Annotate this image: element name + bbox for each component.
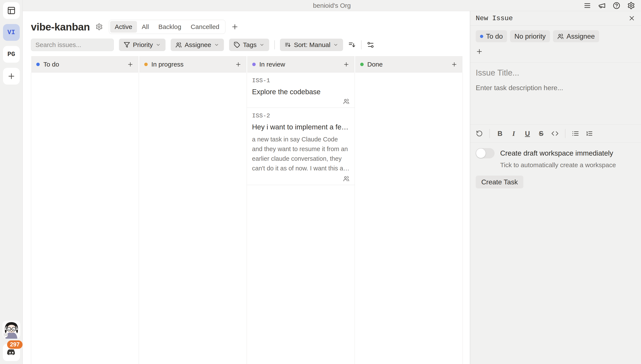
workspace-item-vi[interactable]: VI bbox=[3, 24, 20, 41]
issue-title: Hey i want to implement a feat... bbox=[252, 123, 350, 131]
bold-button[interactable]: B bbox=[496, 130, 504, 138]
help-icon[interactable] bbox=[613, 2, 620, 10]
view-tabs: Active All Backlog Cancelled bbox=[109, 20, 226, 34]
column-body-in-review: ISS-1 Explore the codebase ISS-2 bbox=[247, 72, 355, 364]
discord-button[interactable]: 297 bbox=[3, 344, 20, 361]
undo-icon[interactable] bbox=[476, 130, 483, 137]
add-card-button[interactable] bbox=[235, 61, 242, 68]
tab-backlog[interactable]: Backlog bbox=[154, 21, 186, 32]
underline-button[interactable]: U bbox=[524, 130, 531, 138]
column-in-progress: In progress bbox=[139, 56, 247, 364]
status-badge[interactable]: To do bbox=[476, 30, 507, 42]
menu-icon[interactable] bbox=[584, 2, 591, 10]
filter-bar: Priority Assignee bbox=[31, 39, 470, 51]
status-dot-todo bbox=[480, 35, 483, 38]
issue-title: Explore the codebase bbox=[252, 88, 350, 96]
tab-active[interactable]: Active bbox=[110, 21, 137, 32]
column-label: In review bbox=[259, 61, 285, 68]
bullet-list-icon[interactable] bbox=[572, 130, 579, 137]
issue-title-input[interactable]: Issue Title... bbox=[470, 63, 641, 78]
top-bar-actions bbox=[584, 0, 635, 11]
issue-property-badges: To do No priority Assignee bbox=[470, 26, 641, 42]
app-window: VI PG bbox=[0, 0, 641, 364]
sort-order-icon-button[interactable] bbox=[348, 41, 356, 49]
chevron-down-icon bbox=[156, 42, 161, 48]
create-draft-workspace-toggle[interactable] bbox=[476, 148, 494, 158]
issue-card-iss-1[interactable]: ISS-1 Explore the codebase bbox=[247, 72, 355, 108]
status-dot-todo bbox=[36, 63, 40, 66]
workspace-item-pg[interactable]: PG bbox=[3, 46, 20, 63]
description-editor-area[interactable] bbox=[470, 92, 641, 124]
settings-gear-icon[interactable] bbox=[627, 2, 635, 10]
column-header-todo: To do bbox=[31, 56, 138, 72]
status-dot-done bbox=[360, 63, 364, 66]
add-property-button[interactable] bbox=[470, 42, 641, 63]
tags-filter-label: Tags bbox=[243, 41, 256, 48]
add-view-button[interactable] bbox=[231, 23, 239, 31]
column-todo: To do bbox=[31, 56, 139, 364]
add-workspace-button[interactable] bbox=[3, 68, 20, 84]
assignee-users-icon[interactable] bbox=[343, 98, 350, 104]
panels-layout-button[interactable] bbox=[3, 2, 20, 19]
chevron-down-icon bbox=[333, 42, 338, 48]
italic-button[interactable]: I bbox=[510, 130, 517, 138]
column-label: In progress bbox=[151, 61, 184, 68]
tab-all[interactable]: All bbox=[137, 21, 154, 32]
priority-badge[interactable]: No priority bbox=[510, 30, 550, 42]
display-settings-sliders-icon[interactable] bbox=[367, 41, 374, 49]
create-task-button[interactable]: Create Task bbox=[476, 176, 523, 188]
discord-icon bbox=[6, 348, 16, 357]
user-avatar[interactable] bbox=[2, 321, 20, 339]
code-icon[interactable] bbox=[551, 130, 558, 137]
plus-icon bbox=[7, 72, 16, 80]
assignee-users-icon[interactable] bbox=[343, 175, 350, 182]
add-card-button[interactable] bbox=[343, 61, 350, 68]
org-name: benioid's Org bbox=[313, 2, 351, 9]
close-icon[interactable] bbox=[628, 14, 636, 22]
status-dot-in-progress bbox=[144, 63, 148, 66]
add-card-button[interactable] bbox=[127, 61, 134, 68]
issue-id: ISS-2 bbox=[252, 112, 350, 119]
draft-workspace-toggle-row: Create draft workspace immediately bbox=[470, 142, 641, 158]
sort-button[interactable]: Sort: Manual bbox=[280, 39, 343, 51]
issue-description-input[interactable]: Enter task description here... bbox=[470, 78, 641, 92]
discord-notification-badge: 297 bbox=[7, 340, 22, 349]
chevron-down-icon bbox=[214, 42, 219, 48]
card-footer bbox=[252, 175, 350, 182]
panel-header: New Issue bbox=[470, 11, 641, 26]
tab-cancelled[interactable]: Cancelled bbox=[186, 21, 224, 32]
project-settings-gear-icon[interactable] bbox=[96, 23, 103, 30]
ordered-list-icon[interactable] bbox=[586, 130, 593, 137]
issue-card-iss-2[interactable]: ISS-2 Hey i want to implement a feat... … bbox=[247, 108, 355, 185]
new-issue-panel: New Issue To do No priority bbox=[470, 11, 641, 364]
add-card-button[interactable] bbox=[451, 61, 458, 68]
column-body-in-progress bbox=[139, 72, 247, 364]
tags-filter-button[interactable]: Tags bbox=[229, 39, 269, 51]
issue-description: a new task in say Claude Code and they w… bbox=[252, 134, 350, 173]
filter-divider bbox=[274, 40, 275, 49]
tag-icon bbox=[234, 42, 240, 48]
toolbar-divider bbox=[490, 129, 490, 138]
filter-divider bbox=[361, 40, 362, 49]
users-icon bbox=[557, 33, 564, 40]
column-header-in-review: In review bbox=[247, 56, 354, 72]
priority-filter-label: Priority bbox=[133, 41, 153, 48]
priority-filter-button[interactable]: Priority bbox=[119, 39, 166, 51]
column-body-todo bbox=[31, 72, 139, 364]
assignee-filter-button[interactable]: Assignee bbox=[171, 39, 224, 51]
users-icon bbox=[176, 42, 182, 48]
column-header-in-progress: In progress bbox=[139, 56, 246, 72]
page-title: vibe-kanban bbox=[31, 21, 90, 33]
panel-title: New Issue bbox=[476, 14, 513, 22]
top-bar: benioid's Org bbox=[23, 0, 641, 11]
assignee-badge[interactable]: Assignee bbox=[553, 30, 599, 42]
strikethrough-button[interactable]: S bbox=[538, 130, 545, 138]
search-input[interactable] bbox=[31, 39, 114, 51]
sort-label: Sort: Manual bbox=[294, 41, 330, 48]
column-label: To do bbox=[43, 61, 59, 68]
megaphone-icon[interactable] bbox=[598, 2, 606, 10]
assignee-badge-label: Assignee bbox=[566, 32, 595, 40]
toggle-hint: Tick to automatically create a workspace bbox=[470, 158, 641, 169]
toggle-knob bbox=[476, 148, 486, 158]
toolbar-divider bbox=[565, 129, 566, 138]
